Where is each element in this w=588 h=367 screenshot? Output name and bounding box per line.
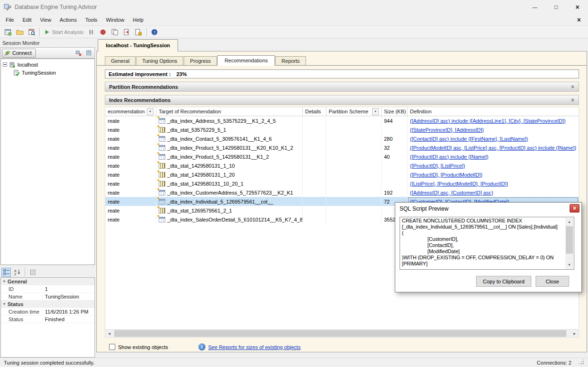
tab[interactable]: General: [105, 56, 136, 66]
property-row[interactable]: Status Finished: [1, 316, 94, 323]
dialog-close-button[interactable]: [570, 204, 579, 213]
tab[interactable]: Progress: [184, 56, 217, 66]
definition-link[interactable]: ([ContactID] asc) include ([FirstName], …: [410, 136, 528, 142]
menu-item[interactable]: File: [1, 15, 18, 25]
apply-recommendations-button[interactable]: [133, 27, 144, 37]
definition-link[interactable]: ([ProductModelID] asc, [ListPrice] asc, …: [410, 145, 576, 151]
table-row[interactable]: reate _dta_index_Product_5_1429580131__K…: [105, 143, 579, 152]
target-cell: _dta_stat_1269579561_2_1: [156, 206, 303, 215]
menu-item[interactable]: Help: [128, 15, 148, 25]
definition-cell: ([ProductID], [ProductModelID]): [408, 170, 579, 179]
sql-script-textbox[interactable]: CREATE NONCLUSTERED COLUMNSTORE INDEX[_d…: [400, 217, 574, 270]
show-existing-checkbox[interactable]: [109, 344, 115, 350]
table-row[interactable]: reate _dta_index_CustomerAddress_5_72557…: [105, 188, 579, 197]
chevron-down-icon[interactable]: [570, 98, 577, 102]
statistics-icon: [159, 163, 165, 169]
tab[interactable]: Recommendations: [217, 55, 275, 66]
connect-button[interactable]: Connect: [2, 49, 36, 58]
menu-item[interactable]: View: [36, 15, 56, 25]
definition-link[interactable]: ([ProductID], [ListPrice]): [410, 163, 465, 169]
target-name: _dta_index_Product_5_1429580131__K1_2: [167, 154, 269, 160]
property-pages-button[interactable]: [28, 268, 37, 277]
vertical-scrollbar[interactable]: [565, 218, 573, 269]
size-cell: [382, 161, 408, 170]
table-row[interactable]: reate _dta_stat_1429580131_1_10 ([Produc…: [105, 161, 579, 170]
property-row[interactable]: Status: [1, 300, 94, 308]
tree-item-localhost[interactable]: localhost: [2, 60, 94, 68]
table-row[interactable]: reate _dta_stat_1429580131_1_20 ([Produc…: [105, 170, 579, 179]
horizontal-scrollbar[interactable]: [105, 330, 579, 338]
tree-item-tuningsession[interactable]: TuningSession: [2, 68, 94, 77]
definition-link[interactable]: ([ProductID] asc) include ([Name]): [410, 154, 488, 160]
copy-to-clipboard-button[interactable]: Copy to Clipboard: [476, 276, 531, 287]
sql-line: [ContactID],: [402, 242, 563, 248]
clear-session-button[interactable]: [84, 48, 94, 58]
categorized-button[interactable]: [1, 268, 11, 277]
document-tab[interactable]: localhost - TuningSession: [98, 39, 178, 51]
index-icon: [159, 199, 165, 205]
property-row[interactable]: ID 1: [1, 285, 94, 293]
sort-alphabetical-icon: AZ: [14, 269, 21, 276]
index-icon: [159, 145, 165, 151]
help-button[interactable]: ?: [149, 27, 160, 37]
scroll-left-icon[interactable]: [105, 330, 113, 337]
table-row[interactable]: reate _dta_index_Address_5_53575229__K1_…: [105, 116, 579, 125]
menu-item[interactable]: Window: [102, 15, 128, 25]
maximize-button[interactable]: [545, 0, 567, 14]
copy-session-button[interactable]: [110, 27, 120, 37]
table-row[interactable]: reate _dta_stat_53575229_5_1 ([StateProv…: [105, 125, 579, 134]
export-button[interactable]: [121, 27, 132, 37]
collapse-expander-icon[interactable]: [3, 62, 7, 67]
table-row[interactable]: reate _dta_index_Product_5_1429580131__K…: [105, 152, 579, 161]
minimize-button[interactable]: [524, 0, 545, 14]
close-button[interactable]: [567, 0, 588, 14]
definition-link[interactable]: ([AddressID] asc, [CustomerID] asc): [410, 190, 493, 196]
table-row[interactable]: reate _dta_index_Contact_5_309576141__K1…: [105, 134, 579, 143]
disconnect-icon: [75, 50, 82, 57]
pause-analysis-button[interactable]: [86, 27, 97, 37]
recommendation-cell: reate: [105, 197, 156, 206]
tab[interactable]: Reports: [275, 56, 306, 66]
definition-link[interactable]: ([AddressID] asc) include ([AddressLine1…: [410, 118, 566, 124]
disconnect-button[interactable]: [74, 48, 83, 58]
app-icon: [4, 3, 11, 11]
filter-dropdown-icon[interactable]: [147, 108, 153, 115]
scroll-right-icon[interactable]: [571, 330, 579, 337]
index-recommendations-header[interactable]: Index Recommendations: [105, 95, 579, 105]
resize-grip-icon[interactable]: [579, 360, 584, 365]
session-report-button[interactable]: [26, 27, 37, 37]
menu-item[interactable]: Tools: [81, 15, 102, 25]
property-name: Status: [8, 301, 24, 307]
server-icon: [9, 61, 16, 68]
definition-link[interactable]: ([ProductID], [ProductModelID]): [410, 172, 482, 178]
chevron-down-icon[interactable]: [570, 85, 577, 88]
close-dialog-button[interactable]: Close: [536, 276, 569, 287]
new-session-button[interactable]: [2, 27, 13, 37]
sort-alphabetical-button[interactable]: AZ: [12, 268, 22, 277]
start-analysis-button[interactable]: Start Analysis: [42, 27, 85, 37]
menu-item[interactable]: Actions: [55, 15, 81, 25]
close-document-icon[interactable]: [577, 16, 581, 24]
scroll-thumb[interactable]: [566, 226, 573, 254]
sql-line: [CustomerID],: [402, 236, 563, 242]
stop-analysis-button[interactable]: [98, 27, 109, 37]
property-row[interactable]: General: [1, 278, 94, 285]
open-session-button[interactable]: [14, 27, 25, 37]
definition-link[interactable]: ([StateProvinceID], [AddressID]): [410, 127, 484, 133]
property-row[interactable]: Name TuningSession: [1, 293, 94, 300]
menu-item[interactable]: Edit: [18, 15, 36, 25]
definition-link[interactable]: ([ListPrice], [ProductModelID], [Product…: [410, 181, 508, 187]
scroll-thumb[interactable]: [114, 330, 566, 337]
column-label: Partition Scheme: [329, 109, 368, 114]
property-row[interactable]: Creation time 11/6/2016 1:26 PM: [1, 308, 94, 316]
recommendation-cell: reate: [105, 179, 156, 188]
details-cell: [303, 197, 326, 206]
table-row[interactable]: reate _dta_stat_1429580131_10_20_1 ([Lis…: [105, 179, 579, 188]
filter-dropdown-icon[interactable]: [372, 108, 379, 115]
see-reports-link[interactable]: See Reports for sizes of existing object…: [208, 344, 301, 350]
dialog-title-bar[interactable]: SQL Script Preview: [395, 203, 581, 215]
tab[interactable]: Tuning Options: [136, 56, 183, 66]
scroll-down-icon[interactable]: [565, 261, 573, 269]
partition-recommendations-header[interactable]: Partition Recommendations: [105, 82, 579, 92]
scroll-up-icon[interactable]: [565, 218, 573, 226]
